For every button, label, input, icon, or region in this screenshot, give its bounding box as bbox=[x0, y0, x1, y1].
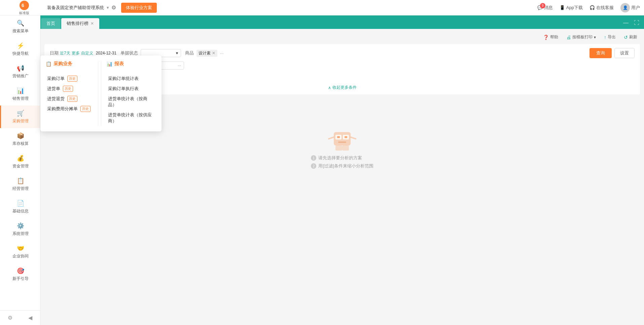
sidebar-item-guide[interactable]: 🎯 新手引导 bbox=[0, 263, 40, 286]
export-label: 导出 bbox=[608, 34, 616, 40]
date-shortcut-7days[interactable]: 近7天 bbox=[60, 50, 70, 56]
marketing-icon: 📢 bbox=[17, 65, 24, 72]
hint1-number: 1 bbox=[311, 155, 316, 161]
order-execution-label: 采购订单执行表 bbox=[108, 86, 139, 92]
inventory-icon: 📦 bbox=[17, 132, 24, 139]
system-icon: ⚙️ bbox=[17, 222, 24, 230]
settings-button[interactable]: 设置 bbox=[614, 48, 635, 58]
sidebar-item-marketing[interactable]: 📢 营销推广 bbox=[0, 60, 40, 83]
sidebar-item-basic-info[interactable]: 📄 基础信息 bbox=[0, 196, 40, 218]
goods-tag: 设计素 ✕ bbox=[196, 50, 217, 57]
sidebar-settings-icon[interactable]: ⚙ bbox=[8, 315, 12, 321]
dropdown-item-incoming-by-supplier[interactable]: 进货单统计表（按供应商） bbox=[107, 110, 156, 126]
headset-icon: 🎧 bbox=[589, 5, 595, 10]
operations-icon: 📋 bbox=[17, 177, 24, 185]
help-btn[interactable]: ❓ 帮助 bbox=[540, 33, 561, 41]
dropdown-item-order-execution[interactable]: 采购订单执行表 bbox=[107, 84, 156, 94]
notifications-btn[interactable]: 💬 9 消息 bbox=[537, 5, 553, 11]
dropdown-columns: 📋 采购业务 采购订单 历史 进货单 历史 进货退货 历史 采购费用分摊单 bbox=[46, 61, 156, 126]
return-label: 进货退货 bbox=[47, 96, 65, 102]
date-value[interactable]: 2024-12-31 bbox=[96, 51, 116, 55]
app-download-btn[interactable]: 📱 App下载 bbox=[560, 5, 583, 11]
user-menu[interactable]: 👤 用户 bbox=[620, 3, 640, 12]
sidebar-item-nav[interactable]: ⚡ 快捷导航 bbox=[0, 38, 40, 60]
col-divider bbox=[98, 61, 98, 126]
status-select-arrow: ▾ bbox=[176, 51, 178, 55]
reports-col-title: 📊 报表 bbox=[107, 61, 156, 70]
export-btn[interactable]: ↑ 导出 bbox=[601, 33, 618, 41]
industry-button[interactable]: 体验行业方案 bbox=[121, 3, 157, 13]
logo-area: 6 标准版 bbox=[4, 0, 44, 15]
system-settings-icon[interactable]: ⚙ bbox=[109, 3, 118, 12]
header-right: 💬 9 消息 📱 App下载 🎧 在线客服 👤 用户 bbox=[537, 3, 640, 12]
system-title: 装备及固定资产辅助管理系统 ▾ bbox=[47, 5, 109, 11]
tab-bar: 首页 销售排行榜 ✕ — ⛶ bbox=[40, 15, 644, 29]
empty-hint-2: 2 用[过滤]条件来缩小分析范围 bbox=[311, 163, 373, 169]
refresh-icon: ↺ bbox=[624, 35, 628, 40]
svg-rect-6 bbox=[345, 136, 347, 138]
sidebar-collapse-icon[interactable]: ◀ bbox=[28, 315, 32, 321]
refresh-btn[interactable]: ↺ 刷新 bbox=[621, 33, 640, 41]
guide-icon: 🎯 bbox=[17, 267, 24, 275]
purchase-dropdown-menu[interactable]: 📋 采购业务 采购订单 历史 进货单 历史 进货退货 历史 采购费用分摊单 bbox=[40, 55, 162, 131]
print-btn[interactable]: 🖨 按模板打印 ▾ bbox=[564, 33, 599, 41]
sidebar: 🔍 搜索菜单 ⚡ 快捷导航 📢 营销推广 📊 销售管理 🛒 采购管理 📦 库存核… bbox=[0, 15, 40, 325]
dropdown-item-incoming[interactable]: 进货单 历史 bbox=[46, 84, 95, 94]
sidebar-item-finance[interactable]: 💰 资金管理 bbox=[0, 151, 40, 173]
system-title-dropdown-arrow[interactable]: ▾ bbox=[107, 5, 109, 10]
salesperson-dots[interactable]: ··· bbox=[178, 63, 181, 68]
sidebar-item-inventory[interactable]: 📦 库存核算 bbox=[0, 128, 40, 151]
sidebar-label-enterprise: 企业协同 bbox=[12, 253, 29, 259]
sidebar-item-search[interactable]: 🔍 搜索菜单 bbox=[0, 15, 40, 38]
dropdown-item-incoming-by-goods[interactable]: 进货单统计表（按商品） bbox=[107, 94, 156, 110]
goods-label: 商品 bbox=[185, 50, 194, 56]
tab-minimize-icon[interactable]: — bbox=[621, 18, 631, 28]
collapse-label: 收起更多条件 bbox=[332, 85, 357, 90]
tab-sales-ranking[interactable]: 销售排行榜 ✕ bbox=[61, 18, 99, 29]
purchase-col-title: 📋 采购业务 bbox=[46, 61, 95, 70]
sidebar-label-basic-info: 基础信息 bbox=[12, 208, 29, 214]
sidebar-item-purchase[interactable]: 🛒 采购管理 bbox=[0, 106, 40, 128]
sidebar-item-operations[interactable]: 📋 经营管理 bbox=[0, 173, 40, 196]
notif-badge-wrapper: 💬 9 bbox=[537, 5, 543, 10]
sidebar-item-sales[interactable]: 📊 销售管理 bbox=[0, 83, 40, 106]
dropdown-item-return[interactable]: 进货退货 历史 bbox=[46, 94, 95, 104]
toolbar-buttons: ❓ 帮助 🖨 按模板打印 ▾ ↑ 导出 ↺ 刷新 bbox=[44, 33, 640, 41]
sidebar-item-enterprise[interactable]: 🤝 企业协同 bbox=[0, 241, 40, 263]
svg-text:6: 6 bbox=[22, 3, 24, 8]
history-badge-0: 历史 bbox=[67, 76, 77, 82]
sidebar-label-guide: 新手引导 bbox=[12, 276, 29, 282]
sidebar-label-inventory: 库存核算 bbox=[12, 141, 29, 147]
dropdown-item-purchase-order[interactable]: 采购订单 历史 bbox=[46, 74, 95, 84]
history-badge-3: 历史 bbox=[80, 106, 91, 112]
goods-more-dots[interactable]: ··· bbox=[220, 51, 224, 56]
help-icon: ❓ bbox=[543, 35, 549, 40]
svg-point-0 bbox=[20, 1, 29, 10]
query-button[interactable]: 查询 bbox=[589, 48, 612, 58]
print-dropdown-arrow[interactable]: ▾ bbox=[594, 35, 596, 40]
sidebar-bottom: ⚙ ◀ bbox=[0, 310, 40, 325]
purchase-col-icon: 📋 bbox=[46, 61, 51, 67]
sidebar-item-system[interactable]: ⚙️ 系统管理 bbox=[0, 218, 40, 241]
purchase-icon: 🛒 bbox=[17, 110, 24, 117]
sidebar-label-finance: 资金管理 bbox=[12, 163, 29, 169]
tab-maximize-icon[interactable]: ⛶ bbox=[632, 18, 641, 28]
hint2-number: 2 bbox=[311, 163, 316, 169]
dropdown-item-expense[interactable]: 采购费用分摊单 历史 bbox=[46, 104, 95, 114]
phone-icon: 📱 bbox=[560, 5, 565, 10]
goods-tag-close-icon[interactable]: ✕ bbox=[212, 51, 215, 55]
empty-hints: 1 请先选择要分析的方案 2 用[过滤]条件来缩小分析范围 bbox=[311, 155, 373, 169]
home-tab-label: 首页 bbox=[46, 21, 55, 27]
logo-icon: 6 bbox=[19, 0, 30, 11]
tab-home[interactable]: 首页 bbox=[41, 18, 61, 29]
empty-state-illustration bbox=[325, 125, 359, 152]
online-service-btn[interactable]: 🎧 在线客服 bbox=[589, 5, 614, 11]
date-shortcut-custom[interactable]: 自定义 bbox=[81, 50, 93, 56]
order-stats-label: 采购订单统计表 bbox=[108, 76, 139, 82]
tab-close-icon[interactable]: ✕ bbox=[91, 21, 94, 26]
date-shortcut-more[interactable]: 更多 bbox=[72, 50, 80, 56]
sales-ranking-tab-label: 销售排行榜 bbox=[67, 21, 88, 27]
dropdown-item-order-stats[interactable]: 采购订单统计表 bbox=[107, 74, 156, 84]
sidebar-label-marketing: 营销推广 bbox=[12, 73, 29, 79]
enterprise-icon: 🤝 bbox=[17, 245, 24, 252]
